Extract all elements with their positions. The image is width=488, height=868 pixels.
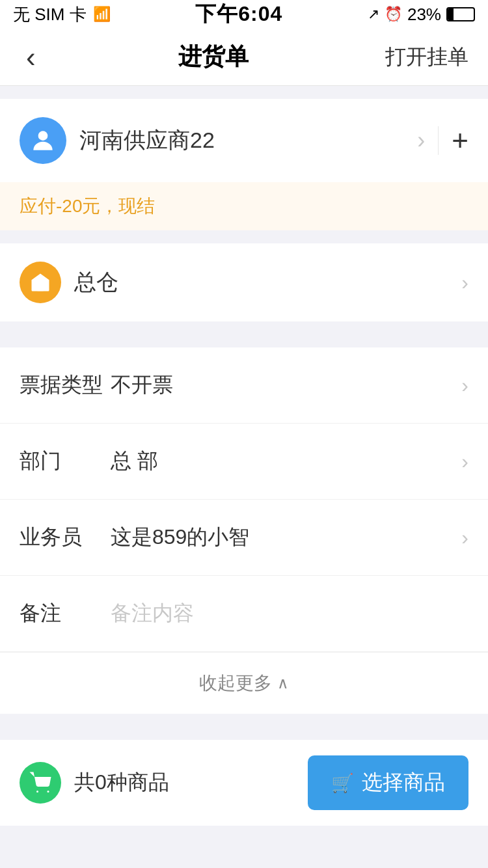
battery-indicator <box>446 7 475 21</box>
supplier-name: 河南供应商22 <box>79 126 417 156</box>
open-pending-button[interactable]: 打开挂单 <box>385 43 468 72</box>
divider-1 <box>0 230 488 243</box>
battery-fill <box>448 8 454 20</box>
collapse-row[interactable]: 收起更多 ∧ <box>0 652 488 714</box>
invoice-type-label: 票据类型 <box>20 371 111 400</box>
divider-3 <box>0 714 488 727</box>
add-supplier-button[interactable]: + <box>438 126 468 155</box>
supplier-chevron-icon: › <box>417 127 425 154</box>
invoice-type-chevron-icon: › <box>461 373 468 398</box>
nav-bar: ‹ 进货单 打开挂单 <box>0 29 488 86</box>
department-value: 总 部 <box>111 447 461 476</box>
product-bar: 共0种商品 🛒 选择商品 <box>0 740 488 826</box>
warehouse-row[interactable]: 总仓 › <box>0 243 488 321</box>
supplier-avatar <box>20 117 66 164</box>
status-carrier: 无 SIM 卡 📶 <box>13 3 111 26</box>
invoice-type-row[interactable]: 票据类型 不开票 › <box>0 347 488 424</box>
svg-point-1 <box>36 791 38 793</box>
back-button[interactable]: ‹ <box>20 36 42 78</box>
cart-icon <box>29 771 52 794</box>
warehouse-chevron-icon: › <box>461 271 468 295</box>
department-row[interactable]: 部门 总 部 › <box>0 424 488 500</box>
collapse-icon: ∧ <box>277 674 289 692</box>
status-bar: 无 SIM 卡 📶 下午6:04 ↗ ⏰ 23% <box>0 0 488 29</box>
warehouse-icon <box>20 262 61 303</box>
supplier-section: 河南供应商22 › + 应付-20元，现结 <box>0 99 488 230</box>
salesperson-chevron-icon: › <box>461 526 468 550</box>
warehouse-section: 总仓 › <box>0 243 488 321</box>
department-label: 部门 <box>20 447 111 476</box>
department-chevron-icon: › <box>461 450 468 474</box>
person-icon <box>29 126 57 155</box>
svg-point-2 <box>47 791 49 793</box>
notice-text: 应付-20元，现结 <box>20 196 155 216</box>
status-right: ↗ ⏰ 23% <box>368 5 475 25</box>
collapse-label: 收起更多 <box>199 671 272 696</box>
product-count: 共0种商品 <box>74 768 308 797</box>
carrier-text: 无 SIM 卡 <box>13 3 87 26</box>
alarm-icon: ⏰ <box>385 6 402 23</box>
remark-row[interactable]: 备注 备注内容 <box>0 576 488 652</box>
salesperson-row[interactable]: 业务员 这是859的小智 › <box>0 500 488 576</box>
svg-point-0 <box>38 131 48 141</box>
notice-banner: 应付-20元，现结 <box>0 182 488 230</box>
location-icon: ↗ <box>368 6 379 23</box>
salesperson-label: 业务员 <box>20 523 111 552</box>
invoice-type-value: 不开票 <box>111 371 461 400</box>
remark-label: 备注 <box>20 599 111 628</box>
status-time: 下午6:04 <box>195 0 282 29</box>
remark-input[interactable]: 备注内容 <box>111 599 468 628</box>
divider-top <box>0 86 488 99</box>
product-cart-icon <box>20 762 61 804</box>
warehouse-name: 总仓 <box>74 267 461 297</box>
salesperson-value: 这是859的小智 <box>111 523 461 552</box>
supplier-row[interactable]: 河南供应商22 › + <box>0 99 488 182</box>
home-icon <box>29 271 52 294</box>
select-product-label: 选择商品 <box>362 768 445 797</box>
form-section: 票据类型 不开票 › 部门 总 部 › 业务员 这是859的小智 › 备注 备注… <box>0 347 488 714</box>
battery-body <box>446 7 475 21</box>
select-product-icon: 🛒 <box>331 772 354 794</box>
battery-text: 23% <box>407 5 441 25</box>
divider-2 <box>0 321 488 334</box>
wifi-icon: 📶 <box>93 6 111 23</box>
page-title: 进货单 <box>178 41 249 73</box>
select-product-button[interactable]: 🛒 选择商品 <box>308 755 468 810</box>
